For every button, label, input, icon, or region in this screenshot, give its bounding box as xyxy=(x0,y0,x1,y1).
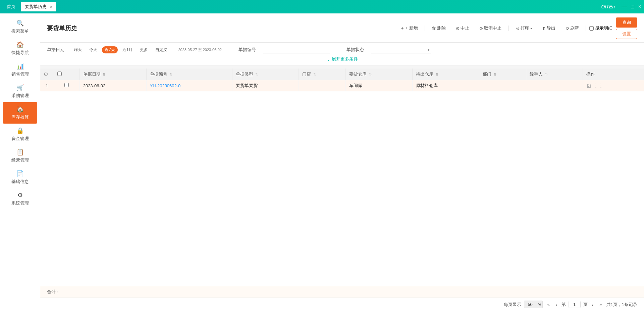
date-chip-more[interactable]: 更多 xyxy=(137,46,151,53)
col-checkbox-header xyxy=(54,69,79,80)
tab-home[interactable]: 首页 xyxy=(3,2,19,11)
search-icon: 🔍 xyxy=(16,19,24,27)
new-icon: ＋ xyxy=(400,25,405,31)
page-size-wrap: 10 20 50 100 xyxy=(524,301,543,308)
export-button[interactable]: ⬆ 导出 xyxy=(539,24,559,33)
table-container[interactable]: ⚙ 单据日期 ⇅ 单据编号 ⇅ xyxy=(40,69,644,286)
delete-button[interactable]: 🗑 删除 xyxy=(428,24,449,33)
col-department[interactable]: 部门 ⇅ xyxy=(479,69,526,80)
show-detail-checkbox[interactable] xyxy=(589,26,594,31)
sidebar-item-system[interactable]: ⚙ 系统管理 xyxy=(0,188,40,210)
new-button[interactable]: ＋ + 新增 xyxy=(397,24,421,33)
row-doc-date: 2023-06-02 xyxy=(79,80,146,91)
docstatus-filter-label: 单据状态 xyxy=(346,47,364,53)
date-chip-today[interactable]: 今天 xyxy=(87,46,100,53)
pagination-bar: 每页显示 10 20 50 100 « ‹ 第 页 › » 共1页，1条记录 xyxy=(40,298,644,311)
sort-icon-store: ⇅ xyxy=(313,73,316,76)
stop-icon: ⊘ xyxy=(456,26,460,31)
col-req-warehouse[interactable]: 要货仓库 ⇅ xyxy=(346,69,413,80)
purchase-icon: 🛒 xyxy=(16,84,24,91)
docstatus-select[interactable] xyxy=(371,46,431,53)
print-dropdown-icon: ▾ xyxy=(530,27,532,30)
col-doc-date[interactable]: 单据日期 ⇅ xyxy=(79,69,146,80)
row-checkbox[interactable] xyxy=(64,83,69,87)
cancel-stop-button[interactable]: ⊘ 取消中止 xyxy=(476,24,505,33)
col-doc-type[interactable]: 单据类型 ⇅ xyxy=(232,69,299,80)
doc-no-link[interactable]: YH-20230602-0 xyxy=(150,83,181,88)
per-page-label: 每页显示 xyxy=(504,302,521,308)
tab-requisition-label: 要货单历史 xyxy=(25,4,47,10)
maximize-icon[interactable]: □ xyxy=(631,4,634,10)
docno-input[interactable] xyxy=(263,46,330,53)
first-page-btn[interactable]: « xyxy=(545,301,551,308)
page-input[interactable] xyxy=(569,301,581,308)
sort-icon-handler: ⇅ xyxy=(545,73,548,76)
sidebar-item-finance[interactable]: 🔒 资金管理 xyxy=(0,124,40,145)
date-chip-week7[interactable]: 近7天 xyxy=(102,46,118,53)
refresh-button[interactable]: ↺ 刷新 xyxy=(562,24,582,33)
sidebar-label-ops: 经营管理 xyxy=(11,157,29,163)
sidebar-item-search-menu[interactable]: 🔍 搜索菜单 xyxy=(0,16,40,38)
sort-icon-docno: ⇅ xyxy=(169,73,172,76)
page-size-select[interactable]: 10 20 50 100 xyxy=(524,301,543,308)
column-settings-icon[interactable]: ⚙ xyxy=(44,71,48,77)
settings-button[interactable]: 设置 xyxy=(616,29,637,39)
col-doc-no[interactable]: 单据编号 ⇅ xyxy=(146,69,232,80)
more-action-icon[interactable]: ⋮⋮ xyxy=(593,83,603,89)
select-all-checkbox[interactable] xyxy=(57,72,62,76)
main-layout: 🔍 搜索菜单 🏠 快捷导航 📊 销售管理 🛒 采购管理 🏠 库存核算 🔒 资金管… xyxy=(0,13,644,311)
row-req-warehouse: 车间库 xyxy=(346,80,413,91)
show-detail-check[interactable]: 显示明细 xyxy=(589,25,612,31)
table-footer-summary: 合计： xyxy=(40,286,644,298)
sidebar-label-inventory: 库存核算 xyxy=(11,114,29,120)
table-header: ⚙ 单据日期 ⇅ 单据编号 ⇅ xyxy=(40,69,644,80)
col-pending-warehouse[interactable]: 待出仓库 ⇅ xyxy=(413,69,479,80)
print-button[interactable]: 🖨 打印 ▾ xyxy=(512,24,535,33)
toolbar-actions: ＋ + 新增 🗑 删除 ⊘ 中止 ⊘ 取消中止 🖨 xyxy=(397,17,637,39)
sidebar-item-purchase[interactable]: 🛒 采购管理 xyxy=(0,81,40,102)
query-button[interactable]: 查询 xyxy=(616,17,637,28)
date-chip-custom[interactable]: 自定义 xyxy=(153,46,170,53)
tab-requisition-history[interactable]: 要货单历史 × xyxy=(21,2,56,11)
sidebar-label-search: 搜索菜单 xyxy=(11,28,29,34)
table-body: 1 2023-06-02 YH-20230602-0 要货单要货 车间库 原材料… xyxy=(40,80,644,91)
basicinfo-icon: 📄 xyxy=(16,170,24,177)
sidebar-item-ops[interactable]: 📋 经营管理 xyxy=(0,145,40,167)
sort-icon-pendingwh: ⇅ xyxy=(436,73,438,76)
page-header: 要货单历史 ＋ + 新增 🗑 删除 ⊘ 中止 ⊘ 取消中止 xyxy=(40,13,644,43)
page-title: 要货单历史 xyxy=(47,24,77,32)
row-checkbox-cell[interactable] xyxy=(54,80,79,91)
sidebar-item-sales[interactable]: 📊 销售管理 xyxy=(0,59,40,81)
divider-2 xyxy=(508,26,508,31)
sidebar-item-basic-info[interactable]: 📄 基础信息 xyxy=(0,167,40,188)
date-chip-month1[interactable]: 近1月 xyxy=(120,46,136,53)
sidebar-item-inventory[interactable]: 🏠 库存核算 xyxy=(3,102,37,124)
date-chip-yesterday[interactable]: 昨天 xyxy=(71,46,85,53)
total-info: 共1页，1条记录 xyxy=(606,302,637,308)
row-doc-type: 要货单要货 xyxy=(232,80,299,91)
next-page-btn[interactable]: › xyxy=(590,301,595,308)
col-handler[interactable]: 经手人 ⇅ xyxy=(526,69,583,80)
view-action-icon[interactable]: 🖹 xyxy=(586,83,591,89)
finance-icon: 🔒 xyxy=(16,127,24,134)
last-page-btn[interactable]: » xyxy=(598,301,603,308)
filter-row-2: ⌄ 展开更多条件 xyxy=(47,56,637,62)
sidebar-item-quick-nav[interactable]: 🏠 快捷导航 xyxy=(0,38,40,59)
minimize-icon[interactable]: — xyxy=(622,4,627,10)
row-actions: 🖹 ⋮⋮ xyxy=(583,80,644,91)
divider-3 xyxy=(586,26,586,31)
expand-filter-button[interactable]: ⌄ 展开更多条件 xyxy=(327,56,358,62)
sidebar: 🔍 搜索菜单 🏠 快捷导航 📊 销售管理 🛒 采购管理 🏠 库存核算 🔒 资金管… xyxy=(0,13,40,311)
divider-1 xyxy=(425,26,425,31)
prev-page-btn[interactable]: ‹ xyxy=(554,301,559,308)
close-window-icon[interactable]: × xyxy=(638,4,641,10)
sales-icon: 📊 xyxy=(16,62,24,70)
col-store[interactable]: 门店 ⇅ xyxy=(299,69,346,80)
expand-label: 展开更多条件 xyxy=(332,56,358,62)
stop-button[interactable]: ⊘ 中止 xyxy=(452,24,473,33)
row-doc-no[interactable]: YH-20230602-0 xyxy=(146,80,232,91)
sort-icon-docdate: ⇅ xyxy=(103,73,105,76)
tab-close-icon[interactable]: × xyxy=(50,5,52,9)
sidebar-label-sales: 销售管理 xyxy=(11,71,29,77)
delete-icon: 🗑 xyxy=(432,26,436,31)
